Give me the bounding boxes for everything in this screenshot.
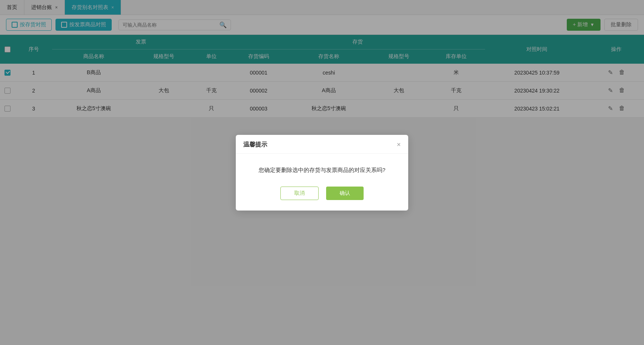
modal-overlay: 温馨提示 × 您确定要删除选中的存货与发票商品的对应关系吗? 取消 确认 <box>0 0 644 118</box>
